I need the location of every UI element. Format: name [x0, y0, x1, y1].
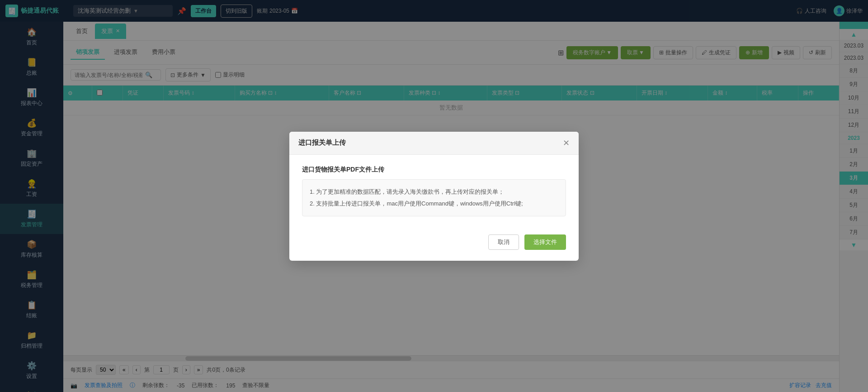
modal-cancel-button[interactable]: 取消	[488, 234, 519, 250]
import-customs-modal: 进口报关单上传 ✕ 进口货物报关单PDF文件上传 1. 为了更加精准的数据匹配，…	[289, 132, 579, 261]
modal-info-box: 1. 为了更加精准的数据匹配，请先录入海关缴款书，再上传对应的报关单； 2. 支…	[302, 179, 566, 216]
modal-header: 进口报关单上传 ✕	[289, 132, 579, 155]
modal-upload-title: 进口货物报关单PDF文件上传	[302, 166, 566, 174]
modal-overlay: 进口报关单上传 ✕ 进口货物报关单PDF文件上传 1. 为了更加精准的数据匹配，…	[0, 0, 868, 392]
modal-info-item-1: 1. 为了更加精准的数据匹配，请先录入海关缴款书，再上传对应的报关单；	[310, 186, 558, 198]
modal-body: 进口货物报关单PDF文件上传 1. 为了更加精准的数据匹配，请先录入海关缴款书，…	[289, 155, 579, 227]
modal-select-file-button[interactable]: 选择文件	[524, 234, 566, 250]
modal-footer: 取消 选择文件	[289, 227, 579, 261]
modal-title: 进口报关单上传	[298, 139, 346, 147]
modal-close-button[interactable]: ✕	[563, 138, 570, 148]
modal-info-item-2: 2. 支持批量上传进口报关单，mac用户使用Command键，windows用户…	[310, 198, 558, 210]
